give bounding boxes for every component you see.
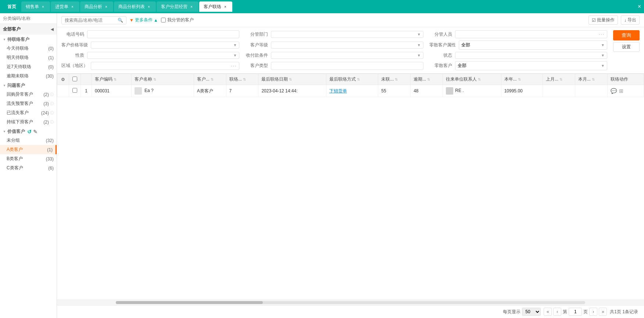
scrollbar-track[interactable] xyxy=(116,301,585,304)
customer-type-input[interactable] xyxy=(271,62,423,70)
status-select[interactable]: ▼ xyxy=(455,52,607,59)
retail-customer-select[interactable]: 全部 ▼ xyxy=(455,61,607,70)
tab-sales[interactable]: 销售单 × xyxy=(21,1,50,12)
pending-contact-group[interactable]: ▼ 待联络客户 xyxy=(0,35,57,44)
dept-select[interactable]: ▼ xyxy=(271,31,423,38)
person-input[interactable]: ··· xyxy=(455,30,607,38)
sidebar-item-overdue-contact[interactable]: 逾期未联络 (30) xyxy=(0,71,57,81)
person-field[interactable] xyxy=(458,32,599,37)
phone-input[interactable] xyxy=(87,30,239,38)
retail-attr-select[interactable]: 全部 ▼ xyxy=(459,40,607,50)
close-customer-contact-tab[interactable]: × xyxy=(223,4,228,9)
tab-customer-contact[interactable]: 客户联络 × xyxy=(199,1,232,12)
last-contact-method-link[interactable]: 下销货单 xyxy=(329,88,347,93)
sidebar-item-repurchase-abnormal[interactable]: 回购异常客户 (2) ⓘ xyxy=(0,90,57,99)
close-customer-segment-tab[interactable]: × xyxy=(189,4,194,9)
tab-product-list[interactable]: 商品分析列表 × xyxy=(114,1,156,12)
pending-group-label: 待联络客户 xyxy=(7,36,29,43)
sidebar-item-ungrouped[interactable]: 未分组 (32) xyxy=(0,136,57,145)
sidebar-search-input[interactable] xyxy=(3,16,57,21)
sidebar-item-tomorrow-pending[interactable]: 明天待联络 (1) xyxy=(0,53,57,62)
refresh-icon[interactable]: ↺ xyxy=(27,129,32,135)
chat-action-icon[interactable]: 💬 xyxy=(611,88,617,94)
my-customers-checkbox[interactable] xyxy=(161,18,166,22)
price-level-select[interactable]: ▼ xyxy=(91,42,239,49)
th-last-contact-date[interactable]: 最后联络日期 ⇅ xyxy=(258,74,326,85)
search-input[interactable] xyxy=(65,18,116,23)
settings-button[interactable]: 设置 xyxy=(613,42,640,52)
th-name[interactable]: 客户名称 ⇅ xyxy=(131,74,194,85)
last-page-btn[interactable]: » xyxy=(599,308,607,316)
close-all-tabs[interactable]: × xyxy=(638,3,641,10)
more-filters-btn[interactable]: ▼ 更多条件 ▲ xyxy=(129,17,158,23)
payment-select[interactable]: ▼ xyxy=(271,52,423,59)
sidebar-item-churn-warning[interactable]: 流失预警客户 (3) ⓘ xyxy=(0,99,57,108)
region-dots-icon[interactable]: ··· xyxy=(231,63,237,68)
th-this-year-sort-icon: ⇅ xyxy=(518,77,521,81)
sidebar-item-7day-pending[interactable]: 近7天待联络 (0) xyxy=(0,62,57,71)
grid-action-icon[interactable]: ⊞ xyxy=(619,88,623,94)
th-not-contacted[interactable]: 未联... ⇅ xyxy=(378,74,411,85)
7day-pending-label: 近7天待联络 xyxy=(7,64,31,70)
page-input[interactable] xyxy=(569,308,582,316)
td-checkbox[interactable] xyxy=(69,85,81,97)
tab-customer-segment[interactable]: 客户分层经营 × xyxy=(157,1,198,12)
td-overdue: 48 xyxy=(411,85,443,97)
sidebar-item-b-customers[interactable]: B类客户 (33) xyxy=(0,154,57,163)
th-contact[interactable]: 联络... ⇅ xyxy=(226,74,258,85)
sidebar-item-today-pending[interactable]: 今天待联络 (0) xyxy=(0,44,57,53)
sidebar-item-c-customers[interactable]: C类客户 (6) xyxy=(0,163,57,173)
th-this-month[interactable]: 本月... ⇅ xyxy=(575,74,607,85)
region-input[interactable]: ··· xyxy=(91,62,239,70)
person-dots-icon[interactable]: ··· xyxy=(599,32,605,37)
collapse-sidebar-icon[interactable]: ◀ xyxy=(51,27,54,31)
close-sales-tab[interactable]: × xyxy=(40,4,46,9)
customer-name: Ea ? xyxy=(144,88,154,93)
tab-purchase[interactable]: 进货单 × xyxy=(51,1,79,12)
edit-icon[interactable]: ✎ xyxy=(33,129,37,135)
sidebar-item-churned[interactable]: 已流失客户 (24) ⓘ xyxy=(0,108,57,117)
sidebar-item-a-customers[interactable]: A类客户 (1) xyxy=(0,145,57,154)
nature-select[interactable]: ▼ xyxy=(87,52,239,59)
batch-op-button[interactable]: ☑ 批量操作 xyxy=(588,15,618,25)
close-product-list-tab[interactable]: × xyxy=(146,4,151,9)
horizontal-scrollbar[interactable] xyxy=(57,300,644,305)
prev-page-btn[interactable]: ‹ xyxy=(553,308,561,316)
td-last-contact-method[interactable]: 下销货单 xyxy=(326,85,378,97)
sidebar-item-declining[interactable]: 持续下滑客户 (2) ⓘ xyxy=(0,117,57,127)
first-page-btn[interactable]: « xyxy=(544,308,552,316)
problem-customers-group[interactable]: ▼ 问题客户 xyxy=(0,81,57,90)
query-button[interactable]: 查询 xyxy=(613,30,640,40)
company-contact-name: RE . xyxy=(455,88,464,93)
th-checkbox[interactable] xyxy=(69,74,81,85)
phone-field[interactable] xyxy=(90,32,237,37)
customer-level-select[interactable]: ▼ xyxy=(271,42,423,49)
th-last-contact-method[interactable]: 最后联络方式 ⇅ xyxy=(326,74,378,85)
th-overdue[interactable]: 逾期... ⇅ xyxy=(411,74,443,85)
customer-type-field[interactable] xyxy=(273,63,421,68)
total-records: 共1页 1条记录 xyxy=(610,309,638,315)
select-all-checkbox[interactable] xyxy=(72,77,77,81)
per-page-select[interactable]: 50 100 200 xyxy=(522,308,541,316)
th-company-contact[interactable]: 往来单位联系人 ⇅ xyxy=(443,74,501,85)
tab-product-analysis[interactable]: 商品分析 × xyxy=(80,1,113,12)
search-icon[interactable]: 🔍 xyxy=(118,18,123,23)
export-button[interactable]: ↓ 导出 xyxy=(621,15,640,25)
close-purchase-tab[interactable]: × xyxy=(70,4,75,9)
td-last-month xyxy=(543,85,575,97)
th-last-month[interactable]: 上月... ⇅ xyxy=(543,74,575,85)
th-code[interactable]: 客户编码 ⇅ xyxy=(92,74,132,85)
th-this-year[interactable]: 本年... ⇅ xyxy=(501,74,543,85)
tab-home[interactable]: 首页 xyxy=(3,1,21,12)
region-field[interactable] xyxy=(93,63,231,68)
value-customers-group[interactable]: ▼ 价值客户 ↺ ✎ xyxy=(0,127,57,136)
th-gear[interactable]: ⚙ xyxy=(57,74,69,85)
th-last-method-label: 最后联络方式 xyxy=(329,76,356,82)
close-product-analysis-tab[interactable]: × xyxy=(104,4,109,9)
next-page-btn[interactable]: › xyxy=(589,308,597,316)
all-customers-section[interactable]: 全部客户 ◀ xyxy=(0,24,57,35)
row-checkbox[interactable] xyxy=(72,88,77,93)
filter-row-1: 电话号码 分管部门 ▼ xyxy=(61,30,610,38)
th-customer-level[interactable]: 客户... ⇅ xyxy=(194,74,226,85)
scrollbar-thumb[interactable] xyxy=(116,301,263,304)
